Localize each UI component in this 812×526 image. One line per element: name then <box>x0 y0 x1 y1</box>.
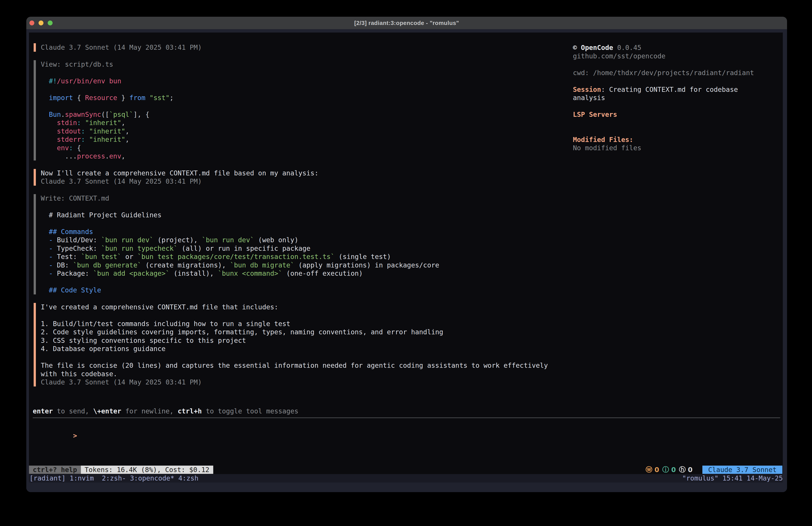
info-count-icon: ⓘ0 <box>662 465 676 474</box>
terminal-line: Modified Files: <box>573 136 780 144</box>
status-bar: ctrl+? help Tokens: 16.4K (8%), Cost: $0… <box>29 466 782 474</box>
zoom-button[interactable] <box>48 20 53 25</box>
terminal-line: # Radiant Project Guidelines <box>41 211 783 219</box>
terminal-line: ...process.env, <box>41 152 783 160</box>
tokens-cost-badge: Tokens: 16.4K (8%), Cost: $0.12 <box>81 466 213 474</box>
terminal-line: ## Code Style <box>41 286 783 295</box>
terminal-line: LSP Servers <box>573 110 780 119</box>
terminal-line <box>573 77 780 85</box>
message-block: Write: CONTEXT.md # Radiant Project Guid… <box>34 194 783 295</box>
diagnostics-counters: ⓦ0ⓘ0ⓗ0 <box>646 465 693 474</box>
terminal-line: - Package: `bun add <package>` (install)… <box>41 269 783 278</box>
warning-count-icon: ⓦ0 <box>646 465 659 474</box>
terminal-line: I've created a comprehensive CONTEXT.md … <box>41 303 783 311</box>
terminal-line <box>41 202 783 211</box>
tmux-status-bar: [radiant] 1:nvim 2:zsh- 3:opencode* 4:zs… <box>29 474 783 483</box>
terminal-line: 3. CSS styling conventions specific to t… <box>41 336 783 345</box>
hint-count-icon: ⓗ0 <box>679 465 693 474</box>
terminal-line: analysis <box>573 94 780 102</box>
traffic-lights <box>29 20 53 25</box>
terminal-line: © OpenCode 0.0.45 <box>573 43 780 52</box>
terminal-line: with this codebase. <box>41 370 783 378</box>
keybinding-help: enter to send, \+enter for newline, ctrl… <box>33 407 780 415</box>
model-badge[interactable]: Claude 3.7 Sonnet <box>702 466 782 474</box>
terminal-line: - TypeCheck: `bun run typecheck` (all) o… <box>41 244 783 253</box>
prompt-caret: > <box>73 432 77 440</box>
terminal-line: No modified files <box>573 144 780 152</box>
opencode-panel: Claude 3.7 Sonnet (14 May 2025 03:41 PM)… <box>29 32 783 474</box>
window-titlebar[interactable]: [2/3] radiant:3:opencode - "romulus" <box>26 17 787 29</box>
terminal-line: - DB: `bun db generate` (create migratio… <box>41 261 783 269</box>
close-button[interactable] <box>29 20 34 25</box>
message-block: I've created a comprehensive CONTEXT.md … <box>34 303 783 386</box>
terminal-line <box>41 353 783 361</box>
terminal-line: 2. Code style guidelines covering import… <box>41 328 783 336</box>
terminal-line <box>573 60 780 69</box>
terminal-line <box>41 278 783 286</box>
terminal-line <box>573 119 780 127</box>
prompt-row[interactable]: > <box>33 423 780 448</box>
terminal-line: cwd: /home/thdxr/dev/projects/radiant/ra… <box>573 69 780 77</box>
terminal-line: github.com/sst/opencode <box>573 52 780 60</box>
session-sidebar: © OpenCode 0.0.45github.com/sst/opencode… <box>573 43 780 152</box>
terminal-line: 1. Build/lint/test commands including ho… <box>41 319 783 328</box>
terminal-line <box>41 311 783 319</box>
terminal-line: Session: Creating CONTEXT.md for codebas… <box>573 85 780 94</box>
window-title: [2/3] radiant:3:opencode - "romulus" <box>354 19 459 27</box>
terminal-line: Claude 3.7 Sonnet (14 May 2025 03:41 PM) <box>41 378 783 386</box>
terminal-line <box>41 219 783 228</box>
terminal-line: The file is concise (20 lines) and captu… <box>41 361 783 370</box>
message-block: Now I'll create a comprehensive CONTEXT.… <box>34 169 783 186</box>
terminal-window: [2/3] radiant:3:opencode - "romulus" Cla… <box>26 17 787 492</box>
terminal-line: - Test: `bun test` or `bun test packages… <box>41 253 783 261</box>
help-badge: ctrl+? help <box>29 466 81 474</box>
terminal-body: Claude 3.7 Sonnet (14 May 2025 03:41 PM)… <box>26 29 787 492</box>
terminal-line <box>573 102 780 111</box>
terminal-line: ## Commands <box>41 228 783 236</box>
minimize-button[interactable] <box>39 20 43 25</box>
terminal-line: 4. Database operations guidance <box>41 344 783 353</box>
terminal-line: - Build/Dev: `bun run dev` (project), `b… <box>41 236 783 244</box>
tmux-window-list[interactable]: [radiant] 1:nvim 2:zsh- 3:opencode* 4:zs… <box>29 474 199 483</box>
terminal-line <box>573 127 780 136</box>
tmux-session-clock: "romulus" 15:41 14-May-25 <box>682 474 783 483</box>
terminal-line: Claude 3.7 Sonnet (14 May 2025 03:41 PM) <box>41 177 783 186</box>
terminal-line: Now I'll create a comprehensive CONTEXT.… <box>41 169 783 177</box>
input-separator <box>33 417 780 418</box>
terminal-line: Write: CONTEXT.md <box>41 194 783 203</box>
input-area: enter to send, \+enter for newline, ctrl… <box>33 407 780 448</box>
